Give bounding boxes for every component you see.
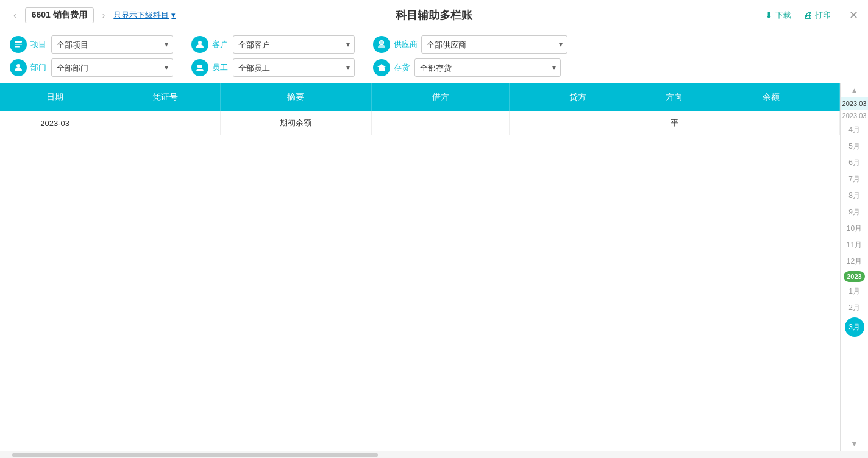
period-9-month[interactable]: 9月	[841, 204, 868, 220]
title-bar-left: ‹ 6601 销售费用 › 只显示下级科目 ▾	[10, 7, 176, 23]
supplier-select[interactable]: 全部供应商	[421, 35, 567, 54]
period-3-month-active[interactable]: 3月	[845, 317, 864, 337]
horizontal-scrollbar[interactable]	[0, 451, 868, 458]
scroll-down-icon: ▼	[850, 439, 858, 448]
project-icon	[10, 36, 27, 53]
supplier-select-wrapper: 全部供应商 ▾	[421, 35, 567, 54]
department-filter-group: 部门 全部部门 ▾	[10, 58, 173, 77]
period-10-month[interactable]: 10月	[841, 220, 868, 237]
show-sub-label: 只显示下级科目	[113, 10, 169, 21]
sidebar-scroll-down-button[interactable]: ▼	[841, 437, 868, 451]
col-header-summary: 摘要	[220, 83, 371, 111]
period-8-month[interactable]: 8月	[841, 188, 868, 204]
period-6-month[interactable]: 6月	[841, 155, 868, 171]
col-header-balance: 余额	[702, 83, 840, 111]
period-4-month[interactable]: 4月	[841, 122, 868, 138]
inventory-select-wrapper: 全部存货 ▾	[414, 58, 561, 77]
supplier-label: 供应商	[394, 39, 418, 50]
print-button[interactable]: 🖨 打印	[803, 10, 831, 21]
col-header-voucher: 凭证号	[110, 83, 221, 111]
table-area[interactable]: 日期 凭证号 摘要 借方 贷方 方向 余额 2023-03 期初余额	[0, 83, 840, 451]
download-button[interactable]: ⬇ 下载	[765, 10, 791, 21]
col-header-debit: 借方	[372, 83, 510, 111]
customer-select[interactable]: 全部客户	[233, 35, 355, 54]
supplier-icon	[373, 36, 390, 53]
period-2-month[interactable]: 2月	[841, 300, 868, 316]
period-2023-03-second[interactable]: 2023.03	[841, 110, 868, 122]
svg-rect-5	[379, 67, 385, 71]
svg-rect-1	[15, 44, 22, 45]
scrollbar-thumb[interactable]	[12, 453, 378, 457]
cell-date: 2023-03	[0, 111, 110, 135]
col-header-direction: 方向	[647, 83, 702, 111]
cell-balance	[702, 111, 840, 135]
customer-select-wrapper: 全部客户 ▾	[233, 35, 355, 54]
cell-credit	[509, 111, 647, 135]
nav-prev-button[interactable]: ‹	[10, 9, 20, 21]
filter-row-1: 项目 全部项目 ▾ 客户 全部客户 ▾	[0, 30, 868, 58]
period-2023-03-first[interactable]: 2023.03	[841, 97, 868, 110]
employee-select-wrapper: 全部员工 ▾	[233, 58, 355, 77]
cell-debit	[372, 111, 510, 135]
title-bar-right: ⬇ 下载 🖨 打印 ✕	[765, 9, 858, 22]
project-label: 项目	[30, 39, 48, 50]
table-header-row: 日期 凭证号 摘要 借方 贷方 方向 余额	[0, 83, 840, 111]
project-filter-group: 项目 全部项目 ▾	[10, 35, 173, 54]
inventory-label: 存货	[394, 62, 411, 73]
main-content: 日期 凭证号 摘要 借方 贷方 方向 余额 2023-03 期初余额	[0, 83, 868, 451]
employee-filter-group: 员工 全部员工 ▾	[191, 58, 355, 77]
show-sub-arrow-icon: ▾	[171, 10, 176, 19]
scroll-up-icon: ▲	[850, 86, 858, 95]
employee-select[interactable]: 全部员工	[233, 58, 355, 77]
employee-icon	[191, 59, 208, 76]
project-select[interactable]: 全部项目	[51, 35, 173, 54]
employee-label: 员工	[212, 62, 229, 73]
svg-rect-0	[15, 41, 22, 43]
download-label: 下载	[775, 10, 791, 21]
department-select-wrapper: 全部部门 ▾	[51, 58, 173, 77]
department-select[interactable]: 全部部门	[51, 58, 173, 77]
close-button[interactable]: ✕	[849, 9, 858, 22]
inventory-icon	[373, 59, 390, 76]
supplier-filter-group: 供应商 全部供应商 ▾	[373, 35, 567, 54]
download-icon: ⬇	[765, 10, 773, 21]
page-title: 科目辅助多栏账	[396, 8, 472, 23]
inventory-select[interactable]: 全部存货	[414, 58, 561, 77]
table-row: 2023-03 期初余额 平	[0, 111, 840, 135]
period-12-month[interactable]: 12月	[841, 253, 868, 270]
sidebar-scroll-up-button[interactable]: ▲	[841, 83, 868, 97]
show-sub-toggle[interactable]: 只显示下级科目 ▾	[113, 10, 176, 21]
customer-label: 客户	[212, 39, 229, 50]
project-select-wrapper: 全部项目 ▾	[51, 35, 173, 54]
svg-rect-2	[15, 46, 20, 48]
title-bar: ‹ 6601 销售费用 › 只显示下级科目 ▾ 科目辅助多栏账 ⬇ 下载 🖨 打…	[0, 0, 868, 30]
cell-summary: 期初余额	[220, 111, 371, 135]
cell-voucher	[110, 111, 221, 135]
col-header-date: 日期	[0, 83, 110, 111]
period-5-month[interactable]: 5月	[841, 138, 868, 155]
account-code-display[interactable]: 6601 销售费用	[25, 7, 94, 23]
filter-row-2: 部门 全部部门 ▾ 员工 全部员工 ▾	[0, 58, 868, 83]
main-window: ‹ 6601 销售费用 › 只显示下级科目 ▾ 科目辅助多栏账 ⬇ 下载 🖨 打…	[0, 0, 868, 458]
col-header-credit: 贷方	[509, 83, 647, 111]
print-label: 打印	[815, 10, 831, 21]
customer-filter-group: 客户 全部客户 ▾	[191, 35, 355, 54]
ledger-table: 日期 凭证号 摘要 借方 贷方 方向 余额 2023-03 期初余额	[0, 83, 840, 135]
nav-next-button[interactable]: ›	[99, 9, 109, 21]
year-2023-badge[interactable]: 2023	[844, 271, 865, 282]
customer-icon	[191, 36, 208, 53]
print-icon: 🖨	[803, 10, 813, 20]
period-sidebar: ▲ 2023.03 2023.03 4月 5月 6月 7月 8月 9月 10月 …	[840, 83, 868, 451]
svg-rect-4	[197, 65, 202, 68]
department-label: 部门	[30, 62, 48, 73]
cell-direction: 平	[647, 111, 702, 135]
inventory-filter-group: 存货 全部存货 ▾	[373, 58, 561, 77]
period-11-month[interactable]: 11月	[841, 237, 868, 253]
period-1-month[interactable]: 1月	[841, 283, 868, 300]
department-icon	[10, 59, 27, 76]
period-7-month[interactable]: 7月	[841, 171, 868, 188]
